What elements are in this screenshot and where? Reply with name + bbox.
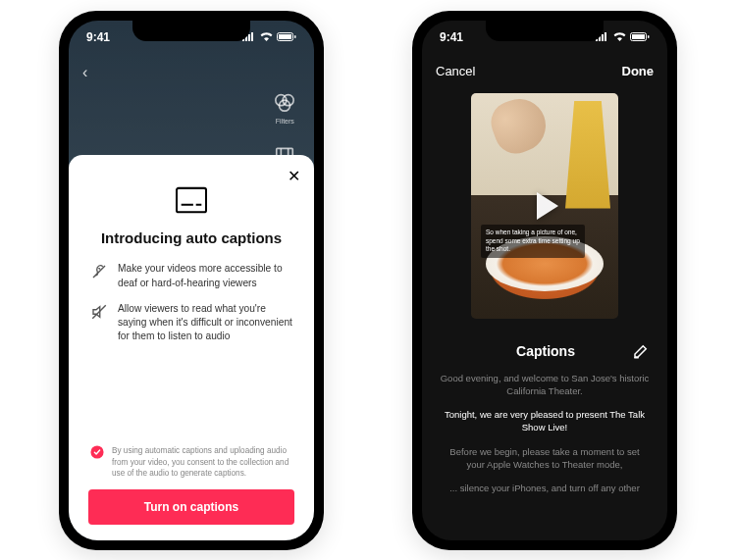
svg-rect-27 [632,34,645,39]
svg-rect-3 [251,32,253,41]
top-bar: Cancel Done [422,54,667,89]
svg-rect-6 [294,35,296,38]
ear-icon [90,263,108,290]
sheet-title: Introducing auto captions [88,229,294,246]
svg-rect-28 [648,35,650,38]
captions-header: Captions [440,342,650,360]
signal-icon [596,32,609,41]
wifi-icon [260,32,273,41]
status-time: 9:41 [86,30,110,44]
svg-rect-5 [279,34,291,39]
battery-icon [630,32,650,41]
cancel-button[interactable]: Cancel [436,64,475,78]
feature-text: Make your videos more accessible to deaf… [118,262,292,290]
phone-right: 9:41 Cancel Done So when taking a pictur… [412,11,677,550]
side-item-filters[interactable]: Filters [272,89,297,125]
svg-rect-2 [248,34,250,41]
captions-title: Captions [497,343,575,359]
status-indicators [242,32,296,41]
svg-rect-22 [596,38,598,41]
filters-icon [272,89,297,115]
done-button[interactable]: Done [622,64,655,78]
side-label: Filters [276,118,294,125]
consent-row: By using automatic captions and uploadin… [88,445,294,488]
captions-section: Captions Good evening, and welcome to Sa… [422,331,667,540]
feature-row: Allow viewers to read what you're saying… [88,302,294,344]
status-time: 9:41 [440,30,463,44]
screen-right: 9:41 Cancel Done So when taking a pictur… [422,21,667,540]
wifi-icon [613,32,626,41]
status-indicators [596,32,650,41]
consent-text: By using automatic captions and uploadin… [112,445,292,479]
mute-icon [90,303,108,344]
feature-row: Make your videos more accessible to deaf… [88,262,294,290]
battery-icon [277,32,296,41]
svg-rect-24 [602,34,604,41]
svg-rect-1 [245,36,247,41]
caption-line[interactable]: Before we begin, please take a moment to… [440,445,650,472]
caption-line[interactable]: ... silence your iPhones, and turn off a… [440,482,650,494]
caption-lines-list[interactable]: Good evening, and welcome to San Jose's … [440,372,650,495]
screen-left: 9:41 ‹ Filters Adjust clips ✕ [69,21,314,540]
captions-icon [173,186,210,216]
status-bar: 9:41 [422,21,667,54]
svg-rect-23 [599,36,601,41]
phone-left: 9:41 ‹ Filters Adjust clips ✕ [59,11,324,550]
close-button[interactable]: ✕ [288,167,300,185]
check-icon [90,445,104,459]
svg-rect-0 [242,38,244,41]
intro-sheet: ✕ Introducing auto captions Make your vi… [69,155,314,539]
svg-rect-25 [605,32,606,41]
video-caption-overlay: So when taking a picture of one, spend s… [481,225,585,257]
svg-rect-16 [177,188,206,212]
signal-icon [242,32,256,41]
caption-line[interactable]: Tonight, we are very pleased to present … [440,408,650,434]
play-icon[interactable] [537,192,558,220]
caption-line[interactable]: Good evening, and welcome to San Jose's … [440,372,650,398]
video-preview[interactable]: So when taking a picture of one, spend s… [471,93,618,319]
back-button[interactable]: ‹ [82,64,87,81]
svg-line-19 [93,266,105,278]
feature-text: Allow viewers to read what you're saying… [118,302,292,344]
turn-on-captions-button[interactable]: Turn on captions [88,489,294,525]
status-bar: 9:41 [69,21,314,54]
edit-icon[interactable] [632,342,650,360]
